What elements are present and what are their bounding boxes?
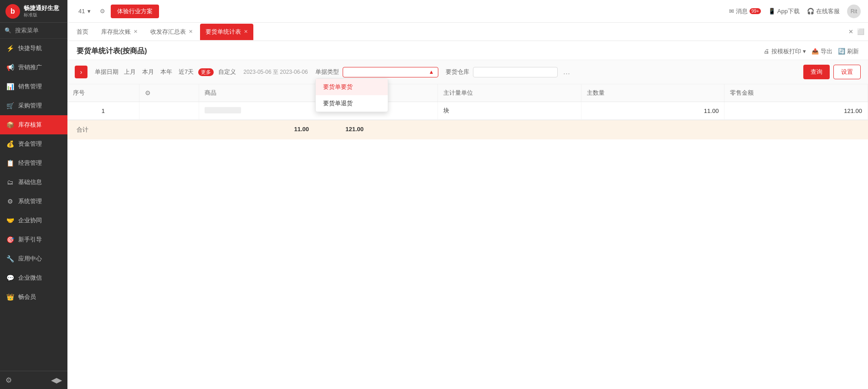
tab-close-all-icon[interactable]: ✕	[848, 28, 853, 35]
cooperation-icon: 🤝	[5, 216, 15, 225]
dropdown-item-return[interactable]: 要货单退货	[316, 95, 388, 112]
search-icon: 🔍	[5, 27, 11, 34]
inventory-icon: 📦	[5, 120, 15, 129]
sidebar-footer: ⚙ ◀▶	[0, 371, 67, 389]
col-header-qty: 主数量	[581, 84, 724, 102]
tabs-right: ✕ ⬜	[848, 28, 864, 35]
tab-expand-icon[interactable]: ⬜	[857, 28, 864, 35]
sidebar-item-finance[interactable]: 💰 资金管理	[0, 134, 67, 154]
sidebar-search[interactable]: 🔍 搜索菜单	[0, 23, 67, 39]
col-header-amount: 零售金额	[724, 84, 868, 102]
marketing-icon: 📢	[5, 63, 15, 72]
guide-icon: 🎯	[5, 235, 15, 244]
date-shortcut-this-year[interactable]: 本年	[159, 67, 174, 77]
date-more-badge[interactable]: 更多	[198, 68, 214, 76]
tab-inventory-batch[interactable]: 库存批次账 ✕	[96, 24, 143, 40]
sidebar-item-member[interactable]: 👑 畅会员	[0, 287, 67, 307]
type-filter-group: 单据类型 ▲ 要货单要货 要货单退货	[315, 67, 438, 77]
refresh-btn[interactable]: 🔄 刷新	[838, 47, 859, 56]
sidebar-item-marketing[interactable]: 📢 营销推广	[0, 58, 67, 77]
tab-requisition[interactable]: 要货单统计表 ✕	[200, 24, 253, 40]
store-selector[interactable]: 41 ▾	[75, 6, 94, 16]
trial-btn[interactable]: 体验行业方案	[111, 5, 159, 18]
collapse-icon[interactable]: ◀▶	[51, 376, 62, 384]
date-range-display: 2023-05-06 至 2023-06-06	[243, 68, 308, 76]
sidebar-item-basic-info[interactable]: 🗂 基础信息	[0, 173, 67, 192]
operation-icon: 📋	[5, 159, 15, 168]
sidebar-item-wechat[interactable]: 💬 企业微信	[0, 268, 67, 287]
type-dropdown-arrow[interactable]: ▲	[429, 69, 434, 75]
settings-footer-icon[interactable]: ⚙	[5, 376, 12, 384]
sales-icon: 📊	[5, 82, 15, 91]
warehouse-filter-label: 要货仓库	[446, 68, 469, 76]
purchase-icon: 🛒	[5, 101, 15, 110]
basic-info-icon: 🗂	[5, 178, 15, 187]
cell-num-1: 1	[67, 102, 139, 120]
sidebar-item-operation[interactable]: 📋 经营管理	[0, 154, 67, 173]
settings-button[interactable]: 设置	[833, 65, 861, 79]
page-body: 要货单统计表(按商品) 🖨 按模板打印 ▾ 📤 导出 🔄 刷新 ›	[67, 41, 868, 389]
table-row: 1 块 11.00 121.00	[67, 102, 868, 120]
dropdown-item-requisition[interactable]: 要货单要货	[316, 79, 388, 95]
sidebar-item-sales[interactable]: 📊 销售管理	[0, 77, 67, 96]
sidebar-item-guide[interactable]: 🎯 新手引导	[0, 230, 67, 249]
warehouse-filter-group: 要货仓库 …	[446, 67, 572, 77]
filter-more-btn[interactable]: …	[561, 68, 572, 76]
cell-unit-1: 块	[438, 102, 581, 120]
col-header-unit: 主计量单位	[438, 84, 581, 102]
date-shortcuts: 上月 本月 本年 近7天 更多 自定义	[122, 67, 238, 77]
date-shortcut-last-month[interactable]: 上月	[122, 67, 138, 77]
app-download-action[interactable]: 📱 App下载	[768, 7, 800, 15]
sidebar-item-system[interactable]: ⚙ 系统管理	[0, 192, 67, 211]
type-dropdown-popup: 要货单要货 要货单退货	[315, 78, 388, 112]
type-filter-input-wrapper[interactable]: ▲	[343, 67, 438, 77]
page-header-actions: 🖨 按模板打印 ▾ 📤 导出 🔄 刷新	[764, 47, 859, 56]
close-tab-receive-send[interactable]: ✕	[189, 29, 193, 35]
sidebar-item-quick-nav[interactable]: ⚡ 快捷导航	[0, 39, 67, 58]
cell-settings-1	[139, 102, 199, 120]
online-service-action[interactable]: 🎧 在线客服	[807, 7, 840, 15]
messages-action[interactable]: ✉ 消息 99+	[729, 7, 761, 15]
sidebar-item-app-center[interactable]: 🔧 应用中心	[0, 249, 67, 268]
close-tab-inventory-batch[interactable]: ✕	[134, 29, 138, 35]
member-icon: 👑	[5, 292, 15, 302]
query-button[interactable]: 查询	[803, 65, 830, 79]
header-left: 41 ▾ ⚙ 体验行业方案	[75, 5, 159, 18]
date-custom[interactable]: 自定义	[216, 67, 238, 77]
page-title: 要货单统计表(按商品)	[77, 46, 147, 56]
date-filter-group: 单据日期 上月 本月 本年 近7天 更多 自定义 2023-05-06 至 20…	[95, 67, 308, 77]
print-btn[interactable]: 🖨 按模板打印 ▾	[764, 47, 806, 56]
table-container: 序号 ⚙ 商品 主计量单位 主数量	[67, 84, 868, 120]
sidebar-item-cooperation[interactable]: 🤝 企业协同	[0, 211, 67, 230]
filter-bar: › 单据日期 上月 本月 本年 近7天 更多 自定义 2023-05-06 至 …	[67, 60, 868, 84]
sidebar-item-inventory[interactable]: 📦 库存核算	[0, 115, 67, 134]
finance-icon: 💰	[5, 139, 15, 148]
type-filter-input[interactable]	[347, 69, 429, 76]
system-icon: ⚙	[5, 197, 15, 206]
footer-amount: 121.00	[309, 126, 364, 134]
warehouse-filter-input[interactable]	[473, 67, 558, 77]
logo-area: b 畅捷通好生意 标准版	[0, 0, 67, 23]
filter-expand-btn[interactable]: ›	[75, 66, 87, 78]
col-settings-gear[interactable]: ⚙	[145, 89, 151, 97]
sidebar-nav: ⚡ 快捷导航 📢 营销推广 📊 销售管理 🛒 采购管理 📦 库存核算 💰 资金管…	[0, 39, 67, 371]
gear-settings-icon[interactable]: ⚙	[100, 8, 105, 15]
cell-amount-1: 121.00	[724, 102, 868, 120]
date-filter-label: 单据日期	[95, 68, 118, 76]
date-shortcut-7days[interactable]: 近7天	[177, 67, 195, 77]
close-tab-requisition[interactable]: ✕	[244, 29, 248, 35]
export-btn[interactable]: 📤 导出	[812, 47, 832, 56]
tab-receive-send[interactable]: 收发存汇总表 ✕	[145, 24, 198, 40]
wechat-icon: 💬	[5, 273, 15, 282]
footer-total-label: 合计	[77, 126, 254, 134]
store-dropdown-icon: ▾	[87, 8, 91, 15]
tab-home[interactable]: 首页	[71, 24, 94, 40]
user-avatar[interactable]: Rit	[847, 5, 861, 18]
print-icon: 🖨	[764, 48, 770, 55]
sidebar-item-purchase[interactable]: 🛒 采购管理	[0, 96, 67, 115]
phone-icon: 📱	[768, 8, 776, 15]
col-header-settings[interactable]: ⚙	[139, 84, 199, 102]
date-shortcut-this-month[interactable]: 本月	[140, 67, 156, 77]
refresh-icon: 🔄	[838, 48, 845, 55]
print-dropdown-icon: ▾	[803, 48, 806, 55]
